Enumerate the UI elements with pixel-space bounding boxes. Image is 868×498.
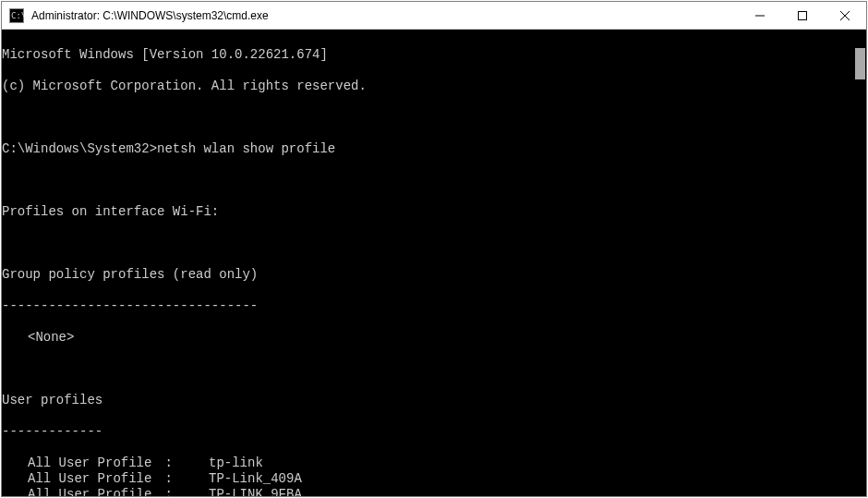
profile-label: All User Profile [28,487,157,496]
blank-line [2,236,866,251]
profile-row: All User Profile : TP-Link_409A [2,471,866,487]
scrollbar-track[interactable] [853,30,866,496]
terminal-area: Microsoft Windows [Version 10.0.22621.67… [2,30,866,496]
profile-name: TP-LINK_9FBA [209,487,302,496]
maximize-icon [798,11,807,20]
profiles-list: All User Profile : tp-linkAll User Profi… [2,455,866,496]
prompt-command: netsh wlan show profile [157,141,335,156]
window-title: Administrator: C:\WINDOWS\system32\cmd.e… [31,9,739,22]
svg-rect-4 [799,11,807,19]
profile-label: All User Profile [28,471,157,487]
prompt-line: C:\Windows\System32>netsh wlan show prof… [2,141,866,157]
blank-line [2,110,866,126]
section-header: Group policy profiles (read only) [2,267,866,283]
divider-line: ------------- [2,424,866,440]
divider-line: --------------------------------- [2,298,866,314]
minimize-icon [755,11,765,20]
prompt-path: C:\Windows\System32> [2,141,157,156]
minimize-button[interactable] [739,2,781,29]
profile-name: TP-Link_409A [209,471,302,487]
profile-row: All User Profile : tp-link [2,455,866,471]
cmd-window: C:\ Administrator: C:\WINDOWS\system32\c… [1,1,867,497]
profile-separator: : [157,487,209,496]
cmd-icon: C:\ [9,8,24,23]
svg-text:C:\: C:\ [11,11,24,20]
group-none: <None> [2,330,866,346]
blank-line [2,361,866,377]
profile-separator: : [157,471,209,487]
section-header: Profiles on interface Wi-Fi: [2,204,866,220]
maximize-button[interactable] [781,2,824,29]
profile-label: All User Profile [28,455,157,471]
profile-name: tp-link [209,455,263,471]
banner-line: (c) Microsoft Corporation. All rights re… [2,79,866,94]
close-icon [840,11,850,20]
section-header: User profiles [2,393,866,408]
close-button[interactable] [824,2,866,29]
profile-separator: : [157,455,209,471]
titlebar[interactable]: C:\ Administrator: C:\WINDOWS\system32\c… [2,2,866,30]
window-controls [739,2,866,29]
profile-row: All User Profile : TP-LINK_9FBA [2,487,866,496]
terminal-output[interactable]: Microsoft Windows [Version 10.0.22621.67… [2,30,866,496]
banner-line: Microsoft Windows [Version 10.0.22621.67… [2,47,866,63]
scrollbar-thumb[interactable] [855,48,865,79]
blank-line [2,173,866,188]
